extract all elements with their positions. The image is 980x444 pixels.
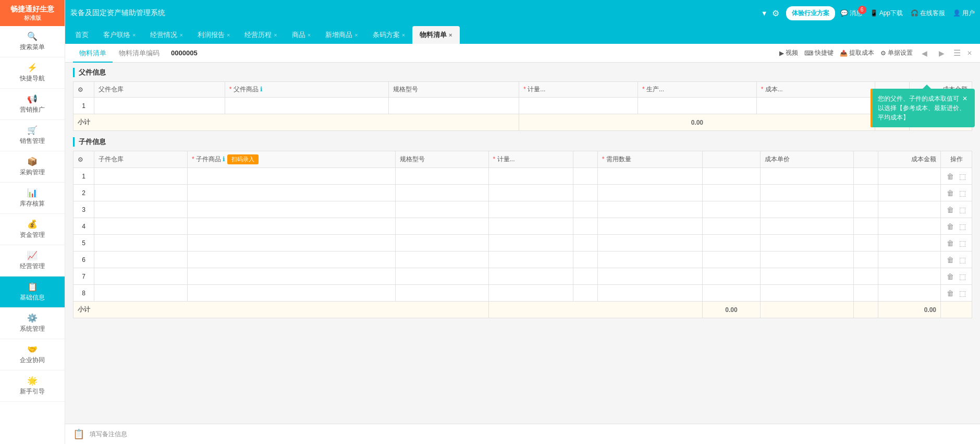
child-product-cell[interactable] bbox=[188, 235, 395, 251]
shortcut-btn[interactable]: ⌨ 快捷键 bbox=[804, 49, 834, 57]
tab-close-icon[interactable]: × bbox=[449, 32, 452, 38]
app-download-item[interactable]: 📱 App下载 bbox=[870, 9, 903, 18]
dropdown-arrow[interactable]: ▼ bbox=[761, 9, 768, 17]
child-unit-cell[interactable] bbox=[488, 235, 573, 251]
sidebar-item-库存核算[interactable]: 📊库存核算 bbox=[0, 183, 65, 214]
delete-icon[interactable]: 🗑 bbox=[947, 289, 954, 297]
copy-icon[interactable]: ⬚ bbox=[959, 256, 966, 264]
child-qty-cell[interactable] bbox=[597, 285, 702, 302]
parent-spec-cell[interactable] bbox=[388, 98, 519, 114]
sidebar-item-系统管理[interactable]: ⚙️系统管理 bbox=[0, 308, 65, 339]
tab-close-icon[interactable]: × bbox=[132, 32, 136, 38]
sidebar-item-快捷导航[interactable]: ⚡快捷导航 bbox=[0, 57, 65, 89]
right-arrow[interactable]: ▶ bbox=[936, 48, 947, 58]
child-unit-cost-cell[interactable] bbox=[761, 268, 854, 285]
child-spec-cell[interactable] bbox=[395, 268, 488, 285]
child-warehouse-cell[interactable] bbox=[94, 235, 188, 251]
child-spec-cell[interactable] bbox=[395, 168, 488, 185]
child-product-cell[interactable] bbox=[188, 251, 395, 268]
child-spec-cell[interactable] bbox=[395, 218, 488, 235]
child-unit-cost-cell[interactable] bbox=[761, 168, 854, 185]
child-qty-cell[interactable] bbox=[597, 201, 702, 218]
trial-button[interactable]: 体验行业方案 bbox=[786, 6, 835, 20]
child-product-cell[interactable] bbox=[188, 201, 395, 218]
parent-product-cell[interactable] bbox=[225, 98, 388, 114]
sidebar-item-新手引导[interactable]: 🌟新手引导 bbox=[0, 370, 65, 402]
child-product-cell[interactable] bbox=[188, 185, 395, 201]
close-page-icon[interactable]: ✕ bbox=[967, 50, 972, 57]
child-qty-cell[interactable] bbox=[597, 268, 702, 285]
child-unit-cell[interactable] bbox=[488, 201, 573, 218]
nav-tab-条码方案[interactable]: 条码方案 × bbox=[365, 26, 412, 44]
tab-close-icon[interactable]: × bbox=[308, 32, 311, 38]
tab-close-icon[interactable]: × bbox=[354, 32, 358, 38]
child-unit-cell[interactable] bbox=[488, 251, 573, 268]
child-qty-cell[interactable] bbox=[597, 235, 702, 251]
tooltip-close-btn[interactable]: ✕ bbox=[962, 94, 967, 103]
child-product-cell[interactable] bbox=[188, 268, 395, 285]
nav-tab-首页[interactable]: 首页 bbox=[68, 26, 96, 44]
left-arrow[interactable]: ◀ bbox=[919, 48, 930, 58]
child-unit-cost-cell[interactable] bbox=[761, 201, 854, 218]
copy-icon[interactable]: ⬚ bbox=[959, 206, 966, 214]
tab-close-icon[interactable]: × bbox=[402, 32, 405, 38]
tab-close-icon[interactable]: × bbox=[274, 32, 277, 38]
sidebar-item-营销推广[interactable]: 📢营销推广 bbox=[0, 89, 65, 120]
delete-icon[interactable]: 🗑 bbox=[947, 206, 954, 214]
sidebar-item-搜索菜单[interactable]: 🔍搜索菜单 bbox=[0, 26, 65, 57]
parent-unit-cell[interactable] bbox=[519, 98, 638, 114]
copy-icon[interactable]: ⬚ bbox=[959, 222, 966, 231]
child-unit-cell[interactable] bbox=[488, 218, 573, 235]
child-product-info-icon[interactable]: ℹ bbox=[223, 155, 225, 163]
scan-btn[interactable]: 扫码录入 bbox=[227, 154, 259, 164]
parent-col-gear[interactable]: ⚙ bbox=[74, 82, 94, 98]
extract-cost-btn[interactable]: 📤 提取成本 bbox=[840, 49, 874, 57]
copy-icon[interactable]: ⬚ bbox=[959, 189, 966, 197]
delete-icon[interactable]: 🗑 bbox=[947, 272, 954, 281]
child-unit-cost-cell[interactable] bbox=[761, 285, 854, 302]
menu-icon[interactable]: ☰ bbox=[953, 48, 961, 58]
nav-tab-物料清单[interactable]: 物料清单 × bbox=[412, 26, 459, 44]
child-unit-cell[interactable] bbox=[488, 185, 573, 201]
child-unit-cost-cell[interactable] bbox=[761, 218, 854, 235]
nav-tab-经营历程[interactable]: 经营历程 × bbox=[237, 26, 284, 44]
child-spec-cell[interactable] bbox=[395, 251, 488, 268]
delete-icon[interactable]: 🗑 bbox=[947, 239, 954, 247]
parent-cost-cell[interactable] bbox=[756, 98, 875, 114]
doc-settings-btn[interactable]: ⚙ 单据设置 bbox=[880, 49, 913, 57]
video-btn[interactable]: ▶ 视频 bbox=[779, 49, 798, 57]
child-warehouse-cell[interactable] bbox=[94, 168, 188, 185]
child-qty-cell[interactable] bbox=[597, 168, 702, 185]
copy-icon[interactable]: ⬚ bbox=[959, 239, 966, 247]
child-warehouse-cell[interactable] bbox=[94, 218, 188, 235]
child-warehouse-cell[interactable] bbox=[94, 285, 188, 302]
nav-tab-商品[interactable]: 商品 × bbox=[285, 26, 318, 44]
parent-produce-cell[interactable] bbox=[638, 98, 757, 114]
child-unit-cost-cell[interactable] bbox=[761, 251, 854, 268]
child-unit-cell[interactable] bbox=[488, 285, 573, 302]
nav-tab-利润报告[interactable]: 利润报告 × bbox=[190, 26, 237, 44]
child-unit-cost-cell[interactable] bbox=[761, 185, 854, 201]
subnav-tab-bill[interactable]: 物料清单 bbox=[73, 44, 113, 63]
parent-warehouse-cell[interactable] bbox=[94, 98, 225, 114]
sidebar-item-销售管理[interactable]: 🛒销售管理 bbox=[0, 120, 65, 151]
child-unit-cell[interactable] bbox=[488, 168, 573, 185]
child-unit-cell[interactable] bbox=[488, 268, 573, 285]
settings-icon[interactable]: ⚙ bbox=[772, 8, 779, 18]
child-product-cell[interactable] bbox=[188, 285, 395, 302]
child-qty-cell[interactable] bbox=[597, 185, 702, 201]
child-warehouse-cell[interactable] bbox=[94, 185, 188, 201]
delete-icon[interactable]: 🗑 bbox=[947, 222, 954, 231]
messages-icon-item[interactable]: 💬 消息 6 bbox=[840, 9, 862, 18]
child-spec-cell[interactable] bbox=[395, 201, 488, 218]
copy-icon[interactable]: ⬚ bbox=[959, 272, 966, 281]
nav-tab-客户联络[interactable]: 客户联络 × bbox=[96, 26, 143, 44]
online-service-item[interactable]: 🎧 在线客服 bbox=[911, 9, 945, 18]
child-col-gear[interactable]: ⚙ bbox=[74, 151, 94, 168]
child-unit-cost-cell[interactable] bbox=[761, 235, 854, 251]
user-item[interactable]: 👤 用户 bbox=[953, 9, 975, 18]
child-product-cell[interactable] bbox=[188, 218, 395, 235]
delete-icon[interactable]: 🗑 bbox=[947, 189, 954, 197]
sidebar-item-采购管理[interactable]: 📦采购管理 bbox=[0, 151, 65, 183]
nav-tab-新增商品[interactable]: 新增商品 × bbox=[318, 26, 365, 44]
